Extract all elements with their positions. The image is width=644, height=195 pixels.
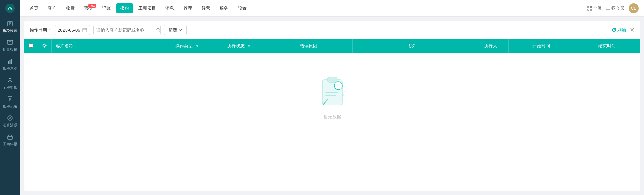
nav-item-settings[interactable]: 设置: [234, 3, 251, 13]
table-header-row: 客户名称 操作类型 ▼ 执行状态 ▼ 错误原因: [24, 39, 640, 53]
svg-point-0: [5, 4, 15, 13]
date-label: 操作日期：: [30, 27, 51, 33]
nav-items: 首页 客户 收费 票据 new 记账 报税 工商项目 消息 管理 经营 服务 设…: [26, 3, 587, 13]
filter-button[interactable]: 筛选: [164, 25, 187, 35]
refresh-button[interactable]: 刷新: [612, 27, 626, 33]
main-area: 首页 客户 收费 票据 new 记账 报税 工商项目 消息 管理 经营 服务 设…: [20, 0, 644, 195]
nav-item-home[interactable]: 首页: [26, 3, 42, 13]
sidebar-item-tax-settings[interactable]: 报税设置: [0, 17, 20, 36]
svg-rect-21: [588, 9, 589, 10]
th-checkbox[interactable]: [24, 39, 38, 53]
nav-item-accounts[interactable]: 记账: [98, 3, 115, 13]
svg-point-42: [344, 91, 346, 92]
sidebar-item-annual-report-label: 工商年报: [3, 142, 17, 146]
search-wrap: [93, 25, 161, 35]
refresh-icon: [612, 28, 616, 32]
settings-icon: [42, 43, 47, 48]
nav-item-billing[interactable]: 收费: [62, 3, 79, 13]
refresh-label: 刷新: [617, 27, 626, 33]
nav-item-operations[interactable]: 经营: [198, 3, 214, 13]
tax-overview-icon: [6, 57, 14, 65]
search-input[interactable]: [94, 25, 156, 35]
svg-rect-20: [590, 6, 592, 8]
sidebar-item-tax-overview[interactable]: 报税总览: [0, 54, 20, 73]
topnav-right: 全屏 畅会员 CE: [587, 3, 639, 13]
nav-item-business[interactable]: 工商项目: [134, 3, 160, 13]
th-tax-type: 税种: [352, 39, 473, 53]
invoice-badge: new: [88, 4, 96, 8]
content-panel: 操作日期： 2023-06-06: [24, 21, 640, 191]
table-wrap: 客户名称 操作类型 ▼ 执行状态 ▼ 错误原因: [24, 39, 640, 191]
content: 操作日期： 2023-06-06: [20, 17, 644, 195]
sidebar-item-tax-overview-label: 报税总览: [3, 66, 17, 71]
empty-text: 暂无数据: [324, 114, 341, 120]
sidebar-item-tax-settings-label: 报税设置: [3, 29, 17, 33]
nav-item-services[interactable]: 服务: [216, 3, 232, 13]
close-button[interactable]: ✕: [630, 27, 635, 33]
topnav: 首页 客户 收费 票据 new 记账 报税 工商项目 消息 管理 经营 服务 设…: [20, 0, 644, 17]
th-settings[interactable]: [38, 39, 51, 53]
svg-rect-9: [10, 60, 11, 64]
th-end-time: 结束时间: [574, 39, 640, 53]
svg-rect-8: [8, 61, 9, 64]
search-icon: [156, 28, 161, 32]
user-avatar[interactable]: CE: [629, 3, 639, 13]
tax-settings-icon: [6, 20, 14, 28]
th-error-reason: 错误原因: [265, 39, 352, 53]
sidebar-item-personal-tax[interactable]: 个税申报: [0, 74, 20, 92]
fullscreen-label: 全屏: [593, 5, 602, 11]
member-btn[interactable]: 畅会员: [606, 5, 625, 11]
svg-text:!: !: [337, 83, 339, 88]
sidebar-logo: [0, 0, 20, 17]
th-exec-status[interactable]: 执行状态 ▼: [213, 39, 265, 53]
nav-item-tax[interactable]: 报税: [116, 3, 133, 13]
empty-illustration: !: [315, 73, 349, 110]
svg-rect-10: [11, 59, 12, 64]
chevron-down-icon: [178, 28, 182, 32]
sidebar-item-personal-tax-label: 个税申报: [3, 85, 17, 90]
fullscreen-btn[interactable]: 全屏: [587, 5, 602, 11]
svg-text:¥: ¥: [9, 117, 11, 120]
sidebar: 报税设置 批量报税 报税总览 个税申报: [0, 0, 20, 195]
sidebar-item-annual-report[interactable]: 工商年报: [0, 130, 20, 149]
nav-item-messages[interactable]: 消息: [161, 3, 178, 13]
sidebar-item-batch-tax-label: 批量报税: [3, 47, 17, 52]
search-button[interactable]: [156, 25, 161, 35]
svg-point-41: [342, 94, 344, 96]
select-all-checkbox[interactable]: [29, 43, 33, 48]
settlement-icon: ¥: [6, 114, 14, 122]
personal-tax-icon: [6, 76, 14, 84]
svg-rect-18: [8, 136, 12, 139]
date-picker[interactable]: 2023-06-06: [55, 25, 90, 35]
operation-type-sort-icon: ▼: [196, 44, 199, 48]
filter-label: 筛选: [168, 27, 177, 33]
svg-rect-33: [327, 77, 337, 82]
th-customer-name: 客户名称: [51, 39, 161, 53]
sidebar-item-batch-tax[interactable]: 批量报税: [0, 36, 20, 54]
svg-rect-22: [590, 9, 592, 10]
annual-report-icon: [6, 133, 14, 141]
svg-rect-23: [606, 7, 610, 10]
batch-tax-icon: [6, 38, 14, 46]
th-start-time: 开始时间: [508, 39, 574, 53]
empty-state: ! 暂无数据: [24, 53, 640, 140]
sidebar-item-settlement-label: 汇算清缴: [3, 123, 17, 127]
data-table: 客户名称 操作类型 ▼ 执行状态 ▼ 错误原因: [24, 39, 640, 53]
toolbar: 操作日期： 2023-06-06: [24, 21, 640, 39]
sidebar-item-settlement[interactable]: ¥ 汇算清缴: [0, 111, 20, 130]
nav-item-invoice[interactable]: 票据 new: [80, 3, 97, 13]
svg-point-31: [44, 45, 45, 46]
calendar-icon: [82, 28, 87, 32]
th-operation-type[interactable]: 操作类型 ▼: [161, 39, 213, 53]
nav-item-management[interactable]: 管理: [179, 3, 196, 13]
sidebar-item-tax-records[interactable]: 报税记录: [0, 92, 20, 111]
exec-status-sort-icon: ▼: [247, 44, 251, 48]
svg-rect-25: [83, 28, 87, 32]
date-value: 2023-06-06: [58, 28, 80, 33]
sidebar-item-tax-records-label: 报税记录: [3, 104, 17, 109]
member-label: 畅会员: [611, 5, 625, 11]
svg-point-11: [9, 78, 11, 80]
fullscreen-icon: [587, 6, 592, 11]
nav-item-customer[interactable]: 客户: [44, 3, 60, 13]
svg-rect-5: [7, 40, 13, 44]
